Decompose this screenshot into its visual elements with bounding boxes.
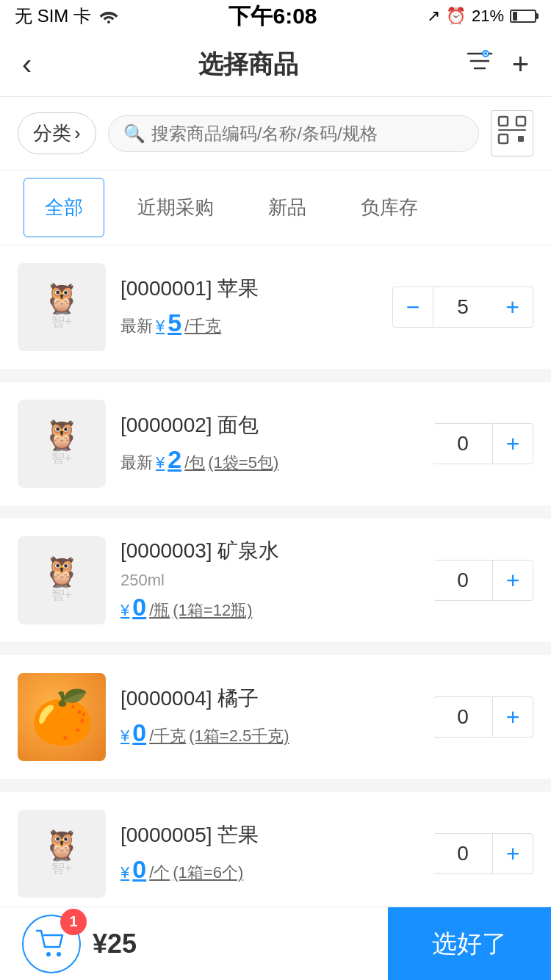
product-item-0000001: 🦉 智+ [0000001] 苹果 最新 ¥ 5 /千克 − + (0, 245, 551, 369)
tab-all[interactable]: 全部 (24, 178, 104, 237)
svg-point-12 (57, 952, 61, 956)
owl-placeholder: 🦉 智+ (18, 400, 106, 488)
product-item-0000003: 🦉 智+ [0000003] 矿泉水 250ml ¥ 0 /瓶 (1箱=12瓶)… (0, 519, 551, 642)
qty-input-0000001[interactable] (433, 287, 492, 328)
cart-icon-wrap[interactable]: 1 (22, 915, 81, 973)
filter-icon[interactable] (465, 48, 494, 81)
carrier-text: 无 SIM 卡 (15, 4, 91, 28)
product-item-0000004: 🍊 [0000004] 橘子 ¥ 0 /千克 (1箱=2.5千克) + (0, 655, 551, 779)
owl-placeholder: 🦉 智+ (18, 263, 106, 351)
svg-point-11 (46, 952, 51, 956)
qty-plus-0000004[interactable]: + (492, 696, 533, 738)
owl-text: 智+ (51, 586, 73, 604)
category-label: 分类 (33, 120, 71, 146)
product-price-0000001: 最新 ¥ 5 /千克 (120, 309, 378, 337)
qty-control-0000002: + (433, 423, 533, 464)
category-button[interactable]: 分类 › (18, 112, 96, 154)
svg-point-0 (107, 21, 110, 24)
qty-minus-0000001[interactable]: − (392, 287, 433, 328)
qty-input-0000002[interactable] (433, 423, 492, 464)
cart-total: ¥25 (93, 929, 137, 959)
scan-svg (497, 115, 527, 145)
owl-text: 智+ (51, 860, 73, 877)
product-thumb-0000005: 🦉 智+ (18, 810, 106, 898)
add-button[interactable]: + (512, 48, 529, 81)
svg-rect-6 (499, 117, 508, 126)
product-info-0000002: [0000002] 面包 最新 ¥ 2 /包 (1袋=5包) (120, 411, 419, 477)
svg-rect-10 (518, 136, 524, 142)
confirm-button[interactable]: 选好了 (388, 907, 551, 980)
owl-text: 智+ (51, 313, 73, 331)
product-name-0000001: [0000001] 苹果 (120, 275, 378, 303)
qty-input-0000003[interactable] (433, 560, 492, 601)
product-name-0000002: [0000002] 面包 (120, 411, 419, 439)
svg-rect-7 (499, 134, 508, 143)
tab-recent[interactable]: 近期采购 (116, 178, 235, 237)
qty-plus-0000001[interactable]: + (492, 287, 533, 328)
search-input[interactable] (151, 123, 464, 144)
filter-bar: 分类 › 🔍 (0, 97, 551, 170)
qty-control-0000005: + (433, 833, 533, 874)
wifi-icon (98, 9, 119, 24)
category-arrow: › (74, 122, 81, 145)
product-price-0000002: 最新 ¥ 2 /包 (1袋=5包) (120, 445, 419, 474)
product-price-0000005: ¥ 0 /个 (1箱=6个) (120, 855, 419, 884)
owl-icon: 🦉 (43, 420, 80, 450)
svg-point-5 (484, 52, 487, 55)
qty-plus-0000005[interactable]: + (492, 833, 533, 874)
owl-icon: 🦉 (43, 284, 80, 313)
product-thumb-0000002: 🦉 智+ (18, 400, 106, 488)
owl-text: 智+ (51, 450, 73, 467)
qty-input-0000004[interactable] (433, 696, 492, 738)
product-name-0000005: [0000005] 芒果 (120, 821, 419, 849)
tab-new[interactable]: 新品 (247, 178, 328, 237)
status-right: ↗ ⏰ 21% (427, 7, 536, 26)
search-box[interactable]: 🔍 (108, 115, 479, 152)
product-info-0000004: [0000004] 橘子 ¥ 0 /千克 (1箱=2.5千克) (120, 685, 419, 750)
product-price-0000004: ¥ 0 /千克 (1箱=2.5千克) (120, 718, 419, 747)
product-price-0000003: ¥ 0 /瓶 (1箱=12瓶) (120, 593, 419, 621)
status-carrier: 无 SIM 卡 (15, 4, 119, 28)
product-item-0000005: 🦉 智+ [0000005] 芒果 ¥ 0 /个 (1箱=6个) + (0, 792, 551, 915)
cart-svg (35, 929, 68, 959)
owl-placeholder: 🦉 智+ (18, 810, 106, 898)
cart-section: 1 ¥25 (0, 915, 388, 973)
tabs-bar: 全部 近期采购 新品 负库存 (0, 170, 551, 245)
alarm-icon: ⏰ (446, 7, 466, 26)
qty-control-0000001: − + (392, 287, 533, 328)
product-info-0000001: [0000001] 苹果 最新 ¥ 5 /千克 (120, 275, 378, 340)
product-name-0000003: [0000003] 矿泉水 (120, 537, 419, 565)
status-bar: 无 SIM 卡 下午6:08 ↗ ⏰ 21% (0, 0, 551, 32)
scan-icon[interactable] (491, 110, 533, 156)
qty-control-0000004: + (433, 696, 533, 738)
product-info-0000003: [0000003] 矿泉水 250ml ¥ 0 /瓶 (1箱=12瓶) (120, 537, 419, 624)
nav-actions: + (465, 48, 529, 81)
orange-emoji: 🍊 (30, 687, 94, 747)
tab-negative[interactable]: 负库存 (339, 178, 439, 237)
qty-control-0000003: + (433, 560, 533, 601)
page-title: 选择商品 (198, 48, 298, 82)
back-button[interactable]: ‹ (22, 48, 32, 81)
owl-icon: 🦉 (43, 830, 80, 860)
product-thumb-0000004: 🍊 (18, 673, 106, 761)
svg-rect-8 (516, 117, 525, 126)
owl-placeholder: 🦉 智+ (18, 536, 106, 624)
qty-input-0000005[interactable] (433, 833, 492, 874)
product-thumb-0000001: 🦉 智+ (18, 263, 106, 351)
bottom-bar: 1 ¥25 选好了 (0, 907, 551, 980)
battery-icon (510, 10, 536, 23)
cart-badge: 1 (60, 909, 87, 935)
filter-svg (465, 48, 494, 74)
battery-percent: 21% (472, 7, 504, 26)
qty-plus-0000003[interactable]: + (492, 560, 533, 601)
product-info-0000005: [0000005] 芒果 ¥ 0 /个 (1箱=6个) (120, 821, 419, 887)
product-thumb-0000003: 🦉 智+ (18, 536, 106, 624)
product-item-0000002: 🦉 智+ [0000002] 面包 最新 ¥ 2 /包 (1袋=5包) + (0, 382, 551, 505)
location-icon: ↗ (427, 7, 440, 26)
product-list: 🦉 智+ [0000001] 苹果 最新 ¥ 5 /千克 − + 🦉 (0, 245, 551, 980)
owl-icon: 🦉 (43, 557, 80, 586)
qty-plus-0000002[interactable]: + (492, 423, 533, 464)
product-spec-0000003: 250ml (120, 571, 419, 590)
status-time: 下午6:08 (228, 1, 317, 32)
search-icon: 🔍 (123, 123, 145, 144)
